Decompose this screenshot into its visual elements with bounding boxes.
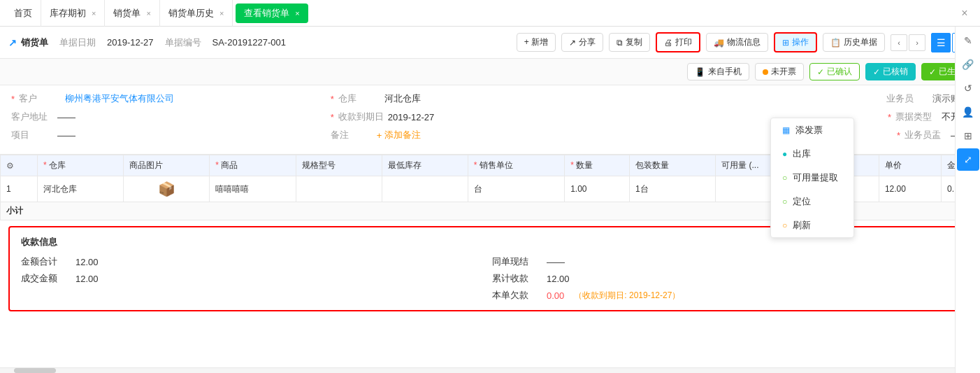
history-button[interactable]: 📋 历史单据: [823, 33, 885, 52]
quantity-pick-icon: ○: [782, 173, 787, 183]
col-spec: 规格型号: [296, 155, 382, 176]
outbound-icon: ●: [782, 149, 787, 159]
sidebar-edit-icon[interactable]: ✎: [957, 29, 979, 52]
confirm-button[interactable]: ✓ 已确认: [809, 63, 860, 80]
tab-sales-close[interactable]: ×: [146, 9, 150, 17]
scroll-thumb[interactable]: [14, 368, 56, 373]
print-button[interactable]: 🖨 打印: [656, 32, 700, 52]
settlement-row: 同单现结 ——: [492, 255, 959, 268]
dropdown-quantity-pick[interactable]: ○ 可用量提取: [771, 166, 853, 190]
project-field: 项目 ——: [11, 129, 331, 141]
effective-icon: ✓: [929, 67, 936, 77]
operation-button[interactable]: ⊞ 操作: [774, 32, 817, 52]
payment-left: 金额合计 12.00 成交金额 12.00: [21, 255, 488, 302]
document-header: ↗ 销货单 单据日期 2019-12-27 单据编号 SA-20191227-0…: [0, 27, 980, 59]
sidebar-link-icon[interactable]: 🔗: [957, 53, 979, 76]
add-invoice-label: 添发票: [795, 124, 823, 136]
dropdown-locate[interactable]: ○ 定位: [771, 190, 853, 213]
main-area: ↗ 销货单 单据日期 2019-12-27 单据编号 SA-20191227-0…: [0, 27, 980, 373]
tab-inventory-init[interactable]: 库存期初 ×: [41, 0, 105, 27]
sidebar-user-icon[interactable]: 👤: [957, 101, 979, 123]
print-label: 打印: [675, 36, 692, 48]
due-hint: （收款到期日: 2019-12-27）: [574, 290, 680, 302]
transaction-value: 12.00: [75, 274, 99, 284]
copy-icon: ⧉: [617, 38, 623, 48]
tab-view-sales-close[interactable]: ×: [295, 9, 299, 17]
sidebar-expand-icon[interactable]: ⤢: [957, 148, 979, 171]
col-min-stock: 最低库存: [382, 155, 468, 176]
tab-view-sales-label: 查看销货单: [244, 7, 289, 20]
sidebar-rotate-icon[interactable]: ↺: [957, 77, 979, 99]
settlement-value: ——: [547, 257, 565, 267]
unopened-button[interactable]: 未开票: [755, 63, 804, 80]
settings-gear-icon[interactable]: ⚙: [6, 161, 14, 171]
salesperson-label: 业务员盂: [905, 129, 946, 141]
logistics-label: 物流信息: [727, 36, 761, 48]
document-actions: + 新增 ↗ 分享 ⧉ 复制 🖨 打印 🚚 物流信息: [517, 32, 972, 52]
row-spec: [296, 176, 382, 202]
prev-arrow[interactable]: ‹: [891, 34, 907, 51]
cancelled-label: 已核销: [883, 66, 908, 78]
cumulative-row: 累计收款 12.00: [492, 272, 959, 285]
tab-view-sales[interactable]: 查看销货单 ×: [236, 3, 308, 23]
new-button[interactable]: + 新增: [517, 33, 556, 52]
row-unit: 台: [468, 176, 564, 202]
row-pack-qty: 1台: [630, 176, 716, 202]
tab-bar: 首页 库存期初 × 销货单 × 销货单历史 × 查看销货单 × ×: [0, 0, 980, 27]
warehouse-value: 河北仓库: [384, 92, 421, 105]
share-button[interactable]: ↗ 分享: [561, 33, 603, 52]
payment-right: 同单现结 —— 累计收款 12.00 本单欠款 0.00 （收款到期日: 201…: [492, 255, 959, 302]
confirm-label: 已确认: [827, 66, 852, 78]
number-value: SA-20191227-001: [212, 37, 287, 48]
row-num: 1: [1, 176, 38, 202]
nav-arrows: ‹ ›: [891, 34, 925, 51]
tab-sales-history[interactable]: 销货单历史 ×: [160, 0, 233, 27]
from-phone-button[interactable]: 📱 来自手机: [687, 63, 749, 80]
project-label: 项目: [11, 129, 53, 141]
product-image-icon: 📦: [158, 181, 175, 197]
customer-value[interactable]: 柳州粤港平安气体有限公司: [65, 92, 174, 105]
col-unit-price: 单价: [879, 155, 941, 176]
share-label: 分享: [579, 36, 596, 48]
dropdown-outbound[interactable]: ● 出库: [771, 142, 853, 166]
outbound-label: 出库: [793, 148, 811, 160]
locate-icon: ○: [782, 197, 787, 206]
list-view-button[interactable]: ☰: [931, 33, 951, 52]
customer-label: 客户: [19, 92, 61, 105]
cancelled-status-button[interactable]: ✓ 已核销: [865, 63, 916, 80]
logistics-button[interactable]: 🚚 物流信息: [706, 33, 768, 52]
tab-sales-history-close[interactable]: ×: [219, 9, 224, 17]
window-close-button[interactable]: ×: [955, 3, 974, 23]
check-icon: ✓: [817, 67, 824, 77]
scroll-indicator[interactable]: [0, 367, 955, 373]
operation-dropdown: ▦ 添发票 ● 出库 ○ 可用量提取 ○ 定位 ○ 刷新: [770, 118, 854, 238]
address-field: 客户地址 ——: [11, 111, 331, 123]
document-title: ↗ 销货单: [8, 36, 48, 49]
due-date-label: 收款到期日: [338, 111, 384, 123]
ticket-label: 票据类型: [895, 111, 937, 123]
phone-icon: 📱: [695, 67, 705, 77]
operation-label: 操作: [792, 36, 809, 48]
tab-home[interactable]: 首页: [6, 0, 41, 27]
add-note-button[interactable]: + 添加备注: [377, 129, 421, 141]
form-row-1: * 客户 柳州粤港平安气体有限公司 * 仓库 河北仓库 业务员 演示账号: [11, 92, 969, 105]
tab-sales-order[interactable]: 销货单 ×: [105, 0, 159, 27]
settlement-label: 同单现结: [492, 255, 541, 268]
new-label: + 新增: [524, 36, 548, 48]
tab-inventory-close[interactable]: ×: [92, 9, 96, 17]
current-due-value: 0.00: [547, 290, 564, 301]
row-image: 📦: [124, 176, 210, 202]
next-arrow[interactable]: ›: [909, 34, 925, 51]
operation-grid-icon: ⊞: [782, 38, 789, 48]
dropdown-add-invoice[interactable]: ▦ 添发票: [771, 118, 853, 142]
dropdown-refresh[interactable]: ○ 刷新: [771, 213, 853, 237]
address-label: 客户地址: [11, 111, 53, 123]
col-unit: 销售单位: [468, 155, 564, 176]
col-settings[interactable]: ⚙: [1, 155, 38, 176]
date-label: 单据日期: [59, 36, 96, 49]
col-qty: 数量: [565, 155, 630, 176]
row-min-stock: [382, 176, 468, 202]
quantity-pick-label: 可用量提取: [793, 171, 838, 184]
copy-button[interactable]: ⧉ 复制: [609, 33, 650, 52]
sidebar-table-icon[interactable]: ⊞: [957, 125, 979, 147]
